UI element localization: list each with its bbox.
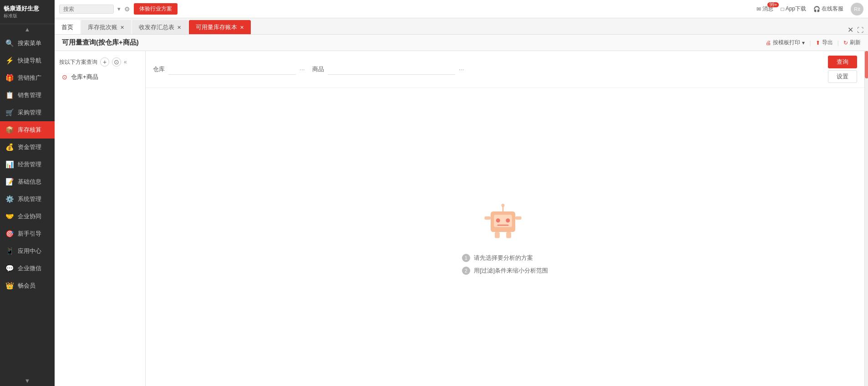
app-download-button[interactable]: □ App下载 — [781, 5, 806, 13]
sidebar-item-label: 企业微信 — [18, 264, 41, 273]
warehouse-more-btn[interactable]: ··· — [299, 66, 305, 73]
robot-illustration — [482, 199, 523, 240]
sidebar-item-label: 新手引导 — [18, 230, 41, 238]
sidebar-item-appcenter[interactable]: 📱 应用中心 — [0, 242, 55, 260]
sidebar-item-label: 畅会员 — [18, 282, 36, 290]
svg-rect-5 — [484, 216, 491, 220]
hint-text-1: 请先选择要分析的方案 — [474, 254, 533, 262]
print-button[interactable]: 🖨 按模板打印 ▾ — [766, 39, 805, 46]
manage-scheme-btn[interactable]: ⊙ — [112, 57, 121, 67]
crown-icon: 👑 — [5, 282, 14, 290]
warehouse-input[interactable] — [168, 64, 296, 75]
online-service-label: 在线客服 — [822, 5, 843, 13]
sidebar-item-label: 企业协同 — [18, 212, 41, 221]
svg-point-3 — [506, 218, 510, 222]
sidebar-item-member[interactable]: 👑 畅会员 — [0, 277, 55, 294]
page-header: 可用量查询(按仓库+商品) 🖨 按模板打印 ▾ | ⬆ 导出 | ↻ 刷新 — [55, 35, 868, 51]
app-sub: 标准版 — [4, 13, 51, 19]
sidebar-logo: 畅康通好生意 标准版 — [0, 0, 55, 24]
trial-button[interactable]: 体验行业方案 — [134, 3, 178, 15]
add-scheme-btn[interactable]: + — [100, 57, 109, 67]
sidebar-item-finance[interactable]: 💰 资金管理 — [0, 139, 55, 156]
cart-icon: 🛒 — [5, 108, 14, 117]
mobile-icon: 📱 — [5, 247, 14, 255]
sidebar-item-label: 库存核算 — [18, 126, 41, 134]
tab-batch-close[interactable]: ✕ — [120, 25, 124, 31]
empty-state: 1 请先选择要分析的方案 2 用[过滤]条件来缩小分析范围 — [146, 88, 864, 386]
tab-summary[interactable]: 收发存汇总表 ✕ — [132, 20, 188, 34]
collapse-panel-btn[interactable]: « — [124, 59, 127, 65]
chart-icon: 📊 — [5, 160, 14, 169]
message-badge: 99+ — [767, 2, 779, 7]
sidebar-item-label: 系统管理 — [18, 195, 41, 203]
sidebar-item-inventory[interactable]: 📦 库存核算 — [0, 121, 55, 139]
message-button[interactable]: ✉ 消息 99+ — [756, 5, 773, 13]
svg-rect-4 — [497, 225, 508, 226]
content-area: 按以下方案查询 + ⊙ « ⊙ 仓库+商品 仓库 ··· 商品 — [55, 51, 868, 386]
main: ▾ ⚙ 体验行业方案 ✉ 消息 99+ □ App下载 🎧 在线客服 Rit — [55, 0, 868, 386]
search-input[interactable] — [59, 5, 114, 14]
hint-item-1: 1 请先选择要分析的方案 — [462, 254, 548, 262]
goods-label: 商品 — [312, 65, 324, 73]
empty-illustration — [482, 199, 528, 245]
online-service-button[interactable]: 🎧 在线客服 — [813, 5, 843, 13]
sidebar-item-basic[interactable]: 📝 基础信息 — [0, 173, 55, 190]
sidebar-scroll: 🔍 搜索菜单 ⚡ 快捷导航 🎁 营销推广 📋 销售管理 🛒 采购管理 📦 库存核… — [0, 35, 55, 376]
tab-batch-label: 库存批次账 — [88, 23, 117, 31]
gear-icon: ⚙️ — [5, 195, 14, 203]
tab-summary-close[interactable]: ✕ — [177, 25, 181, 31]
sidebar-item-quicknav[interactable]: ⚡ 快捷导航 — [0, 52, 55, 69]
svg-point-2 — [496, 218, 500, 222]
wechat-icon: 💬 — [5, 264, 14, 273]
sidebar-item-enterprise[interactable]: 🤝 企业协同 — [0, 208, 55, 225]
scroll-down-btn[interactable]: ▼ — [0, 376, 55, 386]
filter-row: 仓库 ··· 商品 ··· 查询 设置 — [146, 51, 864, 88]
download-icon: □ — [781, 6, 784, 12]
box-icon: 📦 — [5, 126, 14, 134]
avatar[interactable]: Rit — [851, 3, 863, 15]
sidebar-item-marketing[interactable]: 🎁 营销推广 — [0, 69, 55, 87]
refresh-icon: ↻ — [843, 40, 848, 46]
lightning-icon: ⚡ — [5, 57, 14, 65]
sidebar-item-purchase[interactable]: 🛒 采购管理 — [0, 104, 55, 121]
tab-home[interactable]: 首页 — [55, 20, 80, 34]
scroll-up-btn[interactable]: ▲ — [0, 24, 55, 35]
tab-home-label: 首页 — [61, 23, 73, 31]
tab-batch[interactable]: 库存批次账 ✕ — [81, 20, 131, 34]
page-title: 可用量查询(按仓库+商品) — [62, 38, 139, 47]
handshake-icon: 🤝 — [5, 212, 14, 221]
chevron-down-icon[interactable]: ▾ — [117, 5, 121, 12]
sidebar-item-label: 采购管理 — [18, 108, 41, 117]
scheme-icon: ⊙ — [62, 73, 67, 81]
refresh-button[interactable]: ↻ 刷新 — [843, 39, 861, 46]
sidebar-item-search[interactable]: 🔍 搜索菜单 — [0, 35, 55, 52]
tab-available[interactable]: 可用量库存账本 ✕ — [189, 20, 251, 34]
sidebar-item-operations[interactable]: 📊 经营管理 — [0, 156, 55, 173]
scheme-header: 按以下方案查询 + ⊙ « — [55, 56, 145, 70]
window-close-btn[interactable]: ✕ — [848, 26, 853, 34]
right-scrollbar[interactable] — [864, 51, 868, 386]
note-icon: 📝 — [5, 178, 14, 186]
tab-available-label: 可用量库存账本 — [196, 23, 237, 31]
topbar-right: ✉ 消息 99+ □ App下载 🎧 在线客服 Rit — [756, 3, 863, 15]
scheme-item-warehouse-goods[interactable]: ⊙ 仓库+商品 — [55, 70, 145, 84]
sidebar-item-label: 经营管理 — [18, 160, 41, 169]
export-button[interactable]: ⬆ 导出 — [816, 39, 833, 46]
sidebar-item-wechat[interactable]: 💬 企业微信 — [0, 260, 55, 277]
empty-hints: 1 请先选择要分析的方案 2 用[过滤]条件来缩小分析范围 — [462, 254, 548, 275]
query-button[interactable]: 查询 — [828, 56, 857, 68]
settings-button[interactable]: 设置 — [828, 70, 857, 83]
sidebar-item-newbie[interactable]: 🎯 新手引导 — [0, 225, 55, 242]
sidebar-item-sales[interactable]: 📋 销售管理 — [0, 87, 55, 104]
goods-more-btn[interactable]: ··· — [459, 66, 464, 73]
goods-filter: 商品 ··· — [312, 64, 464, 75]
sidebar-item-system[interactable]: ⚙️ 系统管理 — [0, 190, 55, 208]
tab-available-close[interactable]: ✕ — [240, 25, 244, 31]
list-icon: 📋 — [5, 91, 14, 99]
goods-input[interactable] — [328, 64, 455, 75]
window-expand-btn[interactable]: ⛶ — [857, 26, 863, 34]
money-icon: 💰 — [5, 143, 14, 151]
gear-icon[interactable]: ⚙ — [124, 5, 130, 13]
app-download-label: App下载 — [786, 5, 806, 13]
gift-icon: 🎁 — [5, 74, 14, 82]
